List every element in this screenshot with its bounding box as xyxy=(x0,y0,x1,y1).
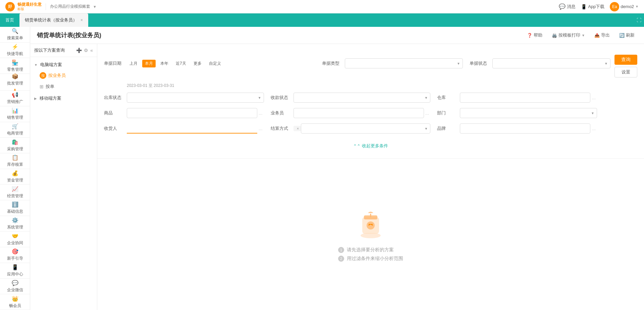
doc-status-label: 单据状态 xyxy=(470,60,490,66)
date-btn-last-month[interactable]: 上月 xyxy=(127,60,140,67)
tip-text-2: 用过滤条件来缩小分析范围 xyxy=(347,256,403,262)
filter-item-receipt-status: 收款状态 ▼ xyxy=(271,93,431,103)
doc-type-label: 单据类型 xyxy=(322,60,342,66)
sidebar-item-marketing[interactable]: 📢 营销推广 xyxy=(0,91,30,106)
tree-group-desktop-header[interactable]: ▼ 电脑端方案 xyxy=(30,60,97,70)
out-status-select[interactable] xyxy=(127,93,264,103)
settings-scheme-icon[interactable]: ⚙ xyxy=(84,48,88,53)
sidebar-item-member[interactable]: 👑 畅会员 xyxy=(0,294,30,310)
collapse-btn[interactable]: ⌃⌃ 收起更多条件 xyxy=(349,142,392,150)
avatar-initials: Ea xyxy=(612,4,617,9)
receipt-status-select[interactable] xyxy=(293,93,431,103)
sidebar-item-purchase[interactable]: 🛍️ 采购管理 xyxy=(0,138,30,153)
filter-item-recipient: 收货人 ... xyxy=(104,123,264,134)
sidebar-item-wechat[interactable]: 💬 企业微信 xyxy=(0,279,30,295)
help-btn[interactable]: ❓ 帮助 xyxy=(524,31,545,40)
tree-group-desktop-label: 电脑端方案 xyxy=(40,62,62,68)
out-status-label: 出库状态 xyxy=(104,95,124,101)
topbar-left: 好 畅捷通好生意 标版 办公用品行业模拟账套 ▼ xyxy=(5,2,97,11)
sidebar-item-onboarding[interactable]: 🎯 新手引导 xyxy=(0,247,30,263)
filter-item-dept: 部门 ▼ xyxy=(437,108,597,118)
payment-tag-close[interactable]: × xyxy=(297,126,299,131)
maximize-btn[interactable]: ⛶ xyxy=(637,17,641,23)
date-btn-this-month[interactable]: 本月 xyxy=(142,60,156,67)
product-input[interactable] xyxy=(127,108,257,118)
sidebar-item-inventory[interactable]: 📋 库存核算 xyxy=(0,153,30,169)
content-area: 销货单统计表(按业务员) ❓ 帮助 🖨️ 按模板打印 ▼ 📤 导出 🔄 刷 xyxy=(30,27,644,310)
product-dots[interactable]: ... xyxy=(257,110,264,116)
sidebar-item-ecommerce[interactable]: 🛒 电商管理 xyxy=(0,122,30,138)
member-icon: 👑 xyxy=(12,296,18,302)
doc-type-select[interactable] xyxy=(345,58,463,68)
sidebar-item-wholesale[interactable]: 📦 批发管理 ▲ xyxy=(0,74,30,91)
scheme-header: 按以下方案查询 ➕ ⚙ « xyxy=(30,44,97,57)
salesperson-dots[interactable]: ... xyxy=(424,110,431,116)
basic-info-icon: ℹ️ xyxy=(12,201,18,208)
wholesale-icon: 📦 xyxy=(12,73,18,80)
collapse-scheme-icon[interactable]: « xyxy=(90,48,93,53)
warehouse-input[interactable] xyxy=(460,93,590,103)
refresh-btn[interactable]: 🔄 刷新 xyxy=(616,31,637,40)
date-btn-custom[interactable]: 自定义 xyxy=(206,60,224,67)
doc-status-select[interactable] xyxy=(492,58,610,68)
date-filter-group: 上月 本月 本年 近7天 更多 自定义 xyxy=(127,60,224,67)
sidebar-item-sales[interactable]: 📊 销售管理 xyxy=(0,106,30,122)
tab-sales-stat[interactable]: 销货单统计表（按业务员） × xyxy=(19,13,88,27)
date-btn-this-year[interactable]: 本年 xyxy=(158,60,171,67)
dept-select[interactable] xyxy=(460,108,597,118)
export-btn[interactable]: 📤 导出 xyxy=(592,31,612,40)
sidebar-item-basic-info[interactable]: ℹ️ 基础信息 xyxy=(0,200,30,216)
user-area[interactable]: Ea demo2 ▼ xyxy=(610,2,639,11)
date-btn-last-7-days[interactable]: 近7天 xyxy=(173,60,189,67)
message-btn[interactable]: 💬 消息 xyxy=(559,3,576,10)
template-print-label: 按模板打印 xyxy=(558,32,580,38)
breadcrumb-label: 办公用品行业模拟账套 xyxy=(50,4,90,9)
brand-dots[interactable]: ... xyxy=(590,126,597,131)
date-btn-more[interactable]: 更多 xyxy=(191,60,204,67)
doc-type-select-wrapper: ▼ xyxy=(345,58,463,68)
filter-item-doc-type: 单据类型 ▼ xyxy=(322,58,463,68)
payment-control: × ▼ xyxy=(293,123,431,134)
app-download-label: App下载 xyxy=(588,4,604,10)
filter-row-3: 商品 ... 业务员 ... xyxy=(104,108,637,118)
sidebar-item-quick-nav[interactable]: ⚡ 快捷导航 xyxy=(0,43,30,58)
warehouse-dots[interactable]: ... xyxy=(590,95,597,100)
brand-input[interactable] xyxy=(460,123,590,134)
sidebar: 🔍 搜索菜单 ⚡ 快捷导航 🏪 零售管理 📦 批发管理 ▲ 📢 营销推广 📊 销… xyxy=(0,27,30,310)
sidebar-item-enterprise[interactable]: 🤝 企业协同 xyxy=(0,231,30,247)
tree-item-by-order[interactable]: ⊞ 按单 xyxy=(30,81,97,92)
date-label: 单据日期 xyxy=(104,60,124,66)
tree-item-salesperson[interactable]: 按 按业务员 xyxy=(30,70,97,81)
sidebar-item-search[interactable]: 🔍 搜索菜单 xyxy=(0,27,30,43)
recipient-dots[interactable]: ... xyxy=(257,126,264,131)
payment-select[interactable] xyxy=(301,123,430,134)
recipient-input[interactable] xyxy=(127,123,257,134)
collapse-icon: ⌃⌃ xyxy=(353,144,361,149)
order-scheme-icon: ⊞ xyxy=(40,84,44,89)
add-scheme-icon[interactable]: ➕ xyxy=(76,48,82,53)
settings-button[interactable]: 设置 xyxy=(614,67,637,78)
salesperson-input[interactable] xyxy=(293,108,424,118)
sidebar-item-operation[interactable]: 📈 经营管理 xyxy=(0,185,30,200)
tab-home[interactable]: 首页 xyxy=(0,13,19,27)
tab-close-icon[interactable]: × xyxy=(80,18,83,22)
brand-label: 品牌 xyxy=(437,125,457,132)
tree-group-mobile-header[interactable]: ▶ 移动端方案 xyxy=(30,93,97,103)
dept-control: ▼ xyxy=(460,108,597,118)
tree-item-salesperson-label: 按业务员 xyxy=(48,72,66,79)
page-actions: ❓ 帮助 🖨️ 按模板打印 ▼ 📤 导出 🔄 刷新 xyxy=(524,31,637,40)
date-control: 上月 本月 本年 近7天 更多 自定义 xyxy=(127,60,315,67)
sidebar-item-app-center[interactable]: 📱 应用中心 xyxy=(0,263,30,279)
template-print-btn[interactable]: 🖨️ 按模板打印 ▼ xyxy=(549,31,588,40)
filter-item-brand: 品牌 ... xyxy=(437,123,597,134)
query-button[interactable]: 查询 xyxy=(614,55,637,65)
sidebar-item-system[interactable]: ⚙️ 系统管理 xyxy=(0,216,30,232)
app-download-btn[interactable]: 📱 App下载 xyxy=(581,4,604,10)
app-center-icon: 📱 xyxy=(12,264,18,270)
collapse-row: ⌃⌃ 收起更多条件 xyxy=(104,139,637,153)
split-panel: 按以下方案查询 ➕ ⚙ « ▼ 电脑端方案 按 xyxy=(30,44,644,310)
sidebar-item-retail[interactable]: 🏪 零售管理 xyxy=(0,58,30,74)
sidebar-purchase-label: 采购管理 xyxy=(7,146,23,152)
sidebar-item-finance[interactable]: 💰 资金管理 xyxy=(0,169,30,185)
sidebar-quick-nav-label: 快捷导航 xyxy=(7,51,23,57)
